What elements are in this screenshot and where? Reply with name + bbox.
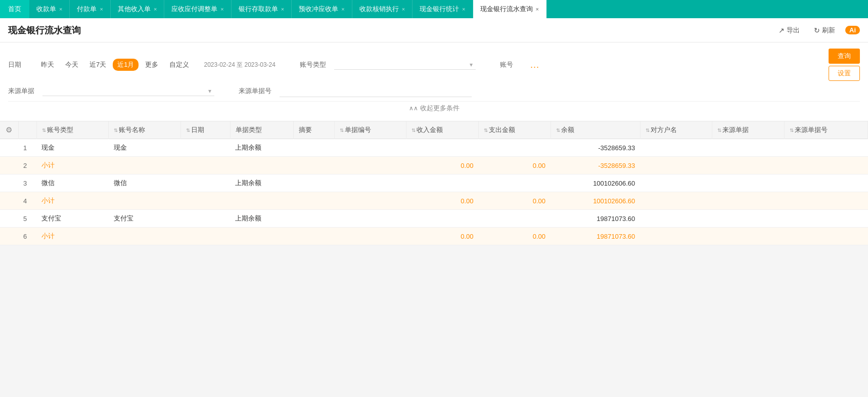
collapse-more-btn[interactable]: ∧∧ 收起更多条件 — [8, 101, 860, 115]
sort-arrows-icon: ⇅ — [717, 127, 721, 133]
date-option-btn[interactable]: 近7天 — [85, 59, 111, 71]
filter-row-date: 日期 昨天今天近7天近1月更多自定义 2023-02-24 至 2023-03-… — [8, 49, 860, 81]
table-column-header-doc_no[interactable]: ⇅单据编号 — [334, 121, 406, 139]
table-cell-account_name: 支付宝 — [109, 210, 181, 228]
table-row: 2小计0.000.00-3528659.33 — [0, 157, 868, 174]
date-option-btn[interactable]: 近1月 — [113, 59, 139, 71]
table-cell-index: 6 — [18, 228, 36, 245]
nav-tab-label: 其他收入单 — [118, 5, 151, 14]
table-cell-account_type: 小计 — [36, 157, 109, 174]
source-doc-chevron-icon: ▾ — [208, 87, 211, 95]
table-column-header-account_type[interactable]: ⇅账号类型 — [36, 121, 109, 139]
nav-tab[interactable]: 预收冲应收单× — [292, 0, 352, 18]
nav-tab[interactable]: 付款单× — [70, 0, 110, 18]
table-cell-counterpart — [640, 174, 712, 192]
table-cell-doc_type: 上期余额 — [230, 210, 293, 228]
table-column-header-counterpart[interactable]: ⇅对方户名 — [640, 121, 712, 139]
nav-tab[interactable]: 现金银行流水查询× — [473, 0, 546, 18]
nav-tab[interactable]: 现金银行统计× — [413, 0, 473, 18]
table-cell-account_name: 微信 — [109, 174, 181, 192]
query-button[interactable]: 查询 — [829, 49, 860, 64]
date-option-btn[interactable]: 自定义 — [165, 59, 194, 71]
source-doc-select[interactable]: ▾ — [42, 86, 214, 96]
date-buttons: 昨天今天近7天近1月更多自定义 — [36, 59, 194, 71]
table-cell-account_type: 小计 — [36, 228, 109, 245]
tab-close-icon[interactable]: × — [220, 6, 223, 12]
table-cell-source_doc_no — [784, 192, 867, 210]
table-cell-summary — [294, 157, 335, 174]
refresh-label: 刷新 — [822, 26, 835, 35]
table-column-header-settings: ⚙ — [0, 121, 18, 139]
table-column-header-income[interactable]: ⇅收入金额 — [406, 121, 479, 139]
tab-close-icon[interactable]: × — [100, 6, 103, 12]
col-label: 对方户名 — [651, 126, 677, 134]
table-column-header-source_doc_no[interactable]: ⇅来源单据号 — [784, 121, 867, 139]
table-column-header-date[interactable]: ⇅日期 — [180, 121, 230, 139]
table-row: 1现金现金上期余额-3528659.33 — [0, 139, 868, 157]
nav-bar: 首页 收款单×付款单×其他收入单×应收应付调整单×银行存取款单×预收冲应收单×收… — [0, 0, 868, 18]
col-label: 账号名称 — [119, 126, 145, 134]
tab-close-icon[interactable]: × — [402, 6, 405, 12]
sort-arrows-icon: ⇅ — [340, 127, 344, 133]
sort-arrows-icon: ⇅ — [114, 127, 118, 133]
nav-tab[interactable]: 银行存取款单× — [232, 0, 292, 18]
table-column-header-expense[interactable]: ⇅支出金额 — [478, 121, 551, 139]
table-cell-settings — [0, 228, 18, 245]
table-cell-account_name — [109, 157, 181, 174]
nav-tab[interactable]: 应收应付调整单× — [164, 0, 231, 18]
nav-home[interactable]: 首页 — [0, 0, 29, 18]
account-label: 账号 — [500, 60, 520, 69]
table-cell-balance: -3528659.33 — [551, 157, 640, 174]
settings-button[interactable]: 设置 — [829, 66, 860, 81]
account-dots-button[interactable]: ... — [528, 60, 541, 70]
nav-tab-label: 预收冲应收单 — [299, 5, 338, 14]
table-cell-expense — [478, 210, 551, 228]
table-cell-date — [180, 192, 230, 210]
nav-tab[interactable]: 收款核销执行× — [352, 0, 413, 18]
table-cell-summary — [294, 192, 335, 210]
ai-button[interactable]: Ai — [845, 26, 860, 34]
date-option-btn[interactable]: 更多 — [141, 59, 163, 71]
date-option-btn[interactable]: 昨天 — [36, 59, 59, 71]
account-type-select[interactable]: ▾ — [334, 60, 476, 70]
table-cell-doc_type — [230, 157, 293, 174]
tab-close-icon[interactable]: × — [536, 6, 539, 12]
header-actions: ↗ 导出 ↻ 刷新 Ai — [774, 24, 860, 37]
nav-tab[interactable]: 其他收入单× — [111, 0, 164, 18]
date-option-btn[interactable]: 今天 — [61, 59, 83, 71]
table-settings-icon[interactable]: ⚙ — [6, 125, 12, 134]
table-cell-date — [180, 210, 230, 228]
table-cell-source_doc_no — [784, 139, 867, 157]
table-cell-source_doc — [712, 174, 785, 192]
tab-close-icon[interactable]: × — [281, 6, 284, 12]
nav-tab-label: 收款核销执行 — [359, 5, 399, 14]
table-cell-source_doc_no — [784, 157, 867, 174]
table-cell-account_type: 微信 — [36, 174, 109, 192]
table-cell-expense — [478, 174, 551, 192]
table-cell-date — [180, 157, 230, 174]
table-cell-expense: 0.00 — [478, 192, 551, 210]
tab-close-icon[interactable]: × — [154, 6, 157, 12]
table-column-header-account_name[interactable]: ⇅账号名称 — [109, 121, 181, 139]
table-cell-doc_type — [230, 228, 293, 245]
sort-arrows-icon: ⇅ — [646, 127, 650, 133]
page-title: 现金银行流水查询 — [8, 24, 81, 36]
tab-close-icon[interactable]: × — [462, 6, 465, 12]
table-column-header-balance[interactable]: ⇅余额 — [551, 121, 640, 139]
table-row: 4小计0.000.00100102606.60 — [0, 192, 868, 210]
table-cell-account_name — [109, 192, 181, 210]
table-cell-settings — [0, 192, 18, 210]
table-column-header-source_doc[interactable]: ⇅来源单据 — [712, 121, 785, 139]
table-cell-source_doc_no — [784, 210, 867, 228]
export-button[interactable]: ↗ 导出 — [774, 24, 804, 37]
tab-close-icon[interactable]: × — [341, 6, 344, 12]
source-doc-no-input[interactable] — [280, 85, 472, 97]
table-cell-source_doc — [712, 157, 785, 174]
tab-close-icon[interactable]: × — [59, 6, 62, 12]
nav-tab-label: 付款单 — [77, 5, 97, 14]
refresh-button[interactable]: ↻ 刷新 — [810, 24, 839, 37]
data-table: ⚙⇅账号类型⇅账号名称⇅日期单据类型摘要⇅单据编号⇅收入金额⇅支出金额⇅余额⇅对… — [0, 121, 868, 245]
table-cell-account_type: 现金 — [36, 139, 109, 157]
nav-tab[interactable]: 收款单× — [29, 0, 70, 18]
col-label: 余额 — [561, 126, 574, 134]
